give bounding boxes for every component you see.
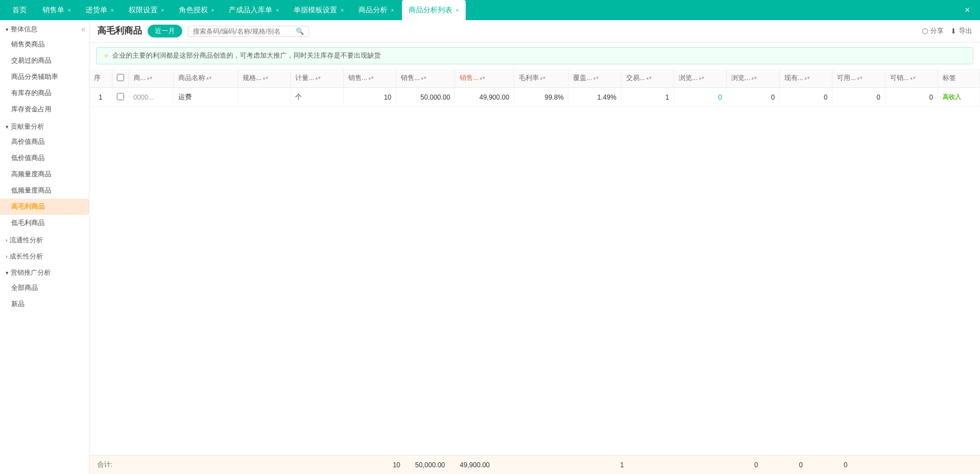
- th-browse2[interactable]: 浏览... ▴▾: [727, 69, 779, 88]
- wealth-title: 贡献量分析: [11, 122, 44, 132]
- cell-available: 0: [832, 88, 885, 107]
- nav-role-close[interactable]: ×: [211, 7, 215, 13]
- th-trans[interactable]: 交易... ▴▾: [621, 69, 674, 88]
- cell-name: 运费: [173, 88, 238, 107]
- sidebar-item-high-value-label: 高价值商品: [11, 138, 45, 146]
- th-margin-rate[interactable]: 毛利率 ▴▾: [514, 69, 568, 88]
- th-check[interactable]: [112, 69, 129, 88]
- filter-recent-month[interactable]: 近一月: [148, 25, 182, 37]
- nav-home[interactable]: 首页: [4, 0, 35, 20]
- growth-arrow: ›: [6, 254, 7, 260]
- nav-finished-close[interactable]: ×: [276, 7, 279, 13]
- sidebar-item-high-margin-label: 高毛利商品: [11, 203, 45, 210]
- th-unit[interactable]: 计量... ▴▾: [291, 69, 343, 88]
- nav-purchase[interactable]: 进货单 ×: [79, 0, 121, 20]
- top-nav: 首页 销售单 × 进货单 × 权限设置 × 角色授权 × 产成品入库单 × 单据…: [0, 0, 980, 20]
- cell-code: 0000...: [129, 88, 173, 107]
- share-btn[interactable]: ⬡ 分享: [922, 26, 944, 36]
- sidebar-group-growth[interactable]: › 成长性分析: [0, 247, 89, 264]
- nav-finished[interactable]: 产成品入库单 ×: [222, 0, 286, 20]
- sort-unit-icon: ▴▾: [315, 76, 321, 81]
- overall-title: 整体信息: [11, 25, 37, 34]
- nav-permission[interactable]: 权限设置 ×: [122, 0, 171, 20]
- sidebar-item-high-margin[interactable]: 高毛利商品: [0, 199, 89, 215]
- cell-browse1[interactable]: 0: [674, 88, 727, 107]
- search-input[interactable]: [193, 27, 293, 35]
- nav-purchase-close[interactable]: ×: [111, 7, 114, 13]
- nav-analysis[interactable]: 商品分析 ×: [352, 0, 401, 20]
- sidebar-item-low-margin[interactable]: 低毛利商品: [0, 215, 89, 231]
- sort-spec-icon: ▴▾: [263, 76, 268, 81]
- summary-bar: 合计: 10 50,000.00 49,900.00 1 0 0 0: [89, 455, 980, 474]
- th-cover-rate[interactable]: 覆盖... ▴▾: [569, 69, 621, 88]
- sidebar-item-goods-assist-rate[interactable]: 商品分类辅助率: [0, 69, 89, 85]
- sidebar-item-traded-goods-label: 交易过的商品: [11, 57, 51, 64]
- summary-available: 0: [763, 461, 807, 469]
- nav-analysis-list-close[interactable]: ×: [456, 7, 459, 13]
- cell-trans: 1: [621, 88, 674, 107]
- th-name[interactable]: 商品名称 ▴▾: [173, 69, 238, 88]
- nav-close-all[interactable]: ×: [959, 5, 976, 15]
- sidebar-item-inventory-occupy[interactable]: 库存资金占用: [0, 101, 89, 118]
- nav-sales-close[interactable]: ×: [68, 7, 71, 13]
- cell-unit: 个: [291, 88, 343, 107]
- sidebar-item-high-freq-label: 高频量度商品: [11, 170, 51, 178]
- nav-analysis-close[interactable]: ×: [391, 7, 394, 13]
- sidebar-group-overall[interactable]: ▾ 整体信息: [0, 20, 89, 36]
- th-sales-qty[interactable]: 销售... ▴▾: [343, 69, 396, 88]
- nav-role[interactable]: 角色授权 ×: [172, 0, 221, 20]
- sidebar-item-all-goods[interactable]: 全部商品: [0, 280, 89, 296]
- cell-browse2: 0: [727, 88, 779, 107]
- sidebar-item-low-freq[interactable]: 低频量度商品: [0, 182, 89, 199]
- export-btn[interactable]: ⬇ 导出: [950, 26, 972, 36]
- sidebar-item-goods-assist-rate-label: 商品分类辅助率: [11, 73, 58, 81]
- nav-template[interactable]: 单据模板设置 ×: [287, 0, 351, 20]
- th-sales-amount[interactable]: 销售... ▴▾: [396, 69, 455, 88]
- nav-template-close[interactable]: ×: [340, 7, 344, 13]
- wealth-arrow: ▾: [6, 124, 8, 130]
- th-browse1[interactable]: 浏览... ▴▾: [674, 69, 727, 88]
- th-code[interactable]: 商... ▴▾: [129, 69, 173, 88]
- nav-template-label: 单据模板设置: [293, 5, 337, 15]
- sort-name-icon: ▴▾: [206, 76, 212, 81]
- sidebar-item-sales-goods[interactable]: 销售类商品: [0, 36, 89, 53]
- th-available[interactable]: 可用... ▴▾: [832, 69, 885, 88]
- sidebar-item-high-value[interactable]: 高价值商品: [0, 134, 89, 150]
- sort-sellable-icon: ▴▾: [910, 76, 916, 81]
- select-all-checkbox[interactable]: [117, 74, 124, 81]
- sidebar-collapse-btn[interactable]: «: [81, 25, 86, 34]
- th-num[interactable]: 序: [89, 69, 112, 88]
- sidebar-item-inventory-goods-label: 有库存的商品: [11, 89, 51, 97]
- sidebar-group-flow[interactable]: › 流通性分析: [0, 231, 89, 247]
- cell-sales-qty: 10: [343, 88, 396, 107]
- sidebar-item-new-goods[interactable]: 新品: [0, 296, 89, 312]
- sidebar-item-low-value[interactable]: 低价值商品: [0, 150, 89, 166]
- sidebar-group-wealth[interactable]: ▾ 贡献量分析: [0, 118, 89, 134]
- marketing-title: 营销推广分析: [11, 268, 51, 278]
- search-icon[interactable]: 🔍: [296, 27, 304, 35]
- nav-sales[interactable]: 销售单 ×: [36, 0, 78, 20]
- search-box: 🔍: [188, 26, 309, 37]
- th-tag[interactable]: 标签: [938, 69, 979, 88]
- export-label: 导出: [959, 26, 972, 36]
- cell-check[interactable]: [112, 88, 129, 107]
- th-current-stock[interactable]: 现有... ▴▾: [779, 69, 832, 88]
- nav-purchase-label: 进货单: [86, 5, 107, 15]
- th-sales-profit[interactable]: 销售... ▴▾: [455, 69, 514, 88]
- sidebar-item-inventory-goods[interactable]: 有库存的商品: [0, 85, 89, 101]
- sidebar-group-marketing[interactable]: ▾ 营销推广分析: [0, 264, 89, 280]
- nav-permission-close[interactable]: ×: [161, 7, 164, 13]
- sidebar-item-traded-goods[interactable]: 交易过的商品: [0, 53, 89, 69]
- nav-analysis-list[interactable]: 商品分析列表 ×: [402, 0, 466, 20]
- nav-analysis-list-label: 商品分析列表: [409, 5, 452, 15]
- summary-trans: 1: [584, 461, 628, 469]
- share-icon: ⬡: [922, 27, 928, 35]
- sidebar-item-high-freq[interactable]: 高频量度商品: [0, 166, 89, 182]
- th-sellable[interactable]: 可销... ▴▾: [885, 69, 938, 88]
- th-spec[interactable]: 规格... ▴▾: [238, 69, 290, 88]
- sidebar-item-low-margin-label: 低毛利商品: [11, 219, 45, 227]
- row-checkbox[interactable]: [117, 93, 124, 100]
- share-label: 分享: [930, 26, 944, 36]
- sort-code-icon: ▴▾: [147, 76, 153, 81]
- cell-num: 1: [89, 88, 112, 107]
